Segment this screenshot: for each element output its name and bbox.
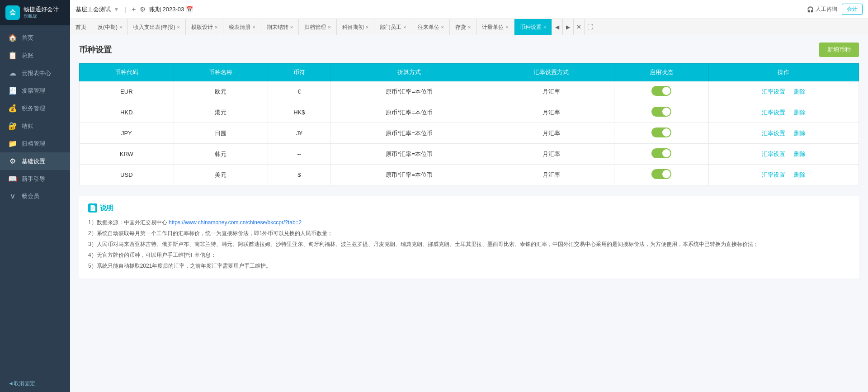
cell-symbol-2: J¥ xyxy=(268,123,330,144)
cell-code-2: JPY xyxy=(80,123,174,144)
toggle-switch-2[interactable] xyxy=(651,128,671,137)
tab-template-close[interactable]: × xyxy=(215,19,217,35)
tab-currency[interactable]: 币种设置 × xyxy=(514,19,552,35)
company-selector[interactable]: 基层工会测试 ▼ xyxy=(75,5,119,14)
tab-currency-close[interactable]: × xyxy=(543,19,546,35)
cell-toggle-0[interactable] xyxy=(614,81,709,102)
tab-home[interactable]: 首页 xyxy=(70,19,92,35)
tab-subject[interactable]: 科目期初 × xyxy=(337,19,374,35)
note-external-link[interactable]: https://www.chinamoney.com.cn/chinese/bk… xyxy=(169,219,302,226)
tab-template[interactable]: 模版设计 × xyxy=(186,19,223,35)
sidebar-label-close: 结账 xyxy=(22,122,33,130)
tab-template-label: 模版设计 xyxy=(191,19,213,35)
cell-calc-0: 原币*汇率=本位币 xyxy=(330,81,488,102)
toggle-switch-3[interactable] xyxy=(651,148,671,158)
tab-close-all-button[interactable]: ✕ xyxy=(574,19,585,35)
rate-setting-link-1[interactable]: 汇率设置 xyxy=(762,109,785,116)
tab-annual-close[interactable]: × xyxy=(177,19,179,35)
tab-mid[interactable]: 反(中期) × xyxy=(92,19,128,35)
tab-prev-button[interactable]: ◀ xyxy=(552,19,563,35)
cell-rate-4: 月汇率 xyxy=(488,165,614,185)
user-role-button[interactable]: 会计 xyxy=(842,4,863,15)
cell-symbol-4: $ xyxy=(268,165,330,185)
ledger-icon: 📋 xyxy=(8,51,17,60)
tab-annual[interactable]: 收入支出表(年报) × xyxy=(128,19,185,35)
col-code: 币种代码 xyxy=(80,64,174,81)
note-item-0: 1）数据来源：中国外汇交易中心 https://www.chinamoney.c… xyxy=(88,217,850,228)
add-company-button[interactable]: + xyxy=(132,5,136,14)
tab-subject-label: 科目期初 xyxy=(342,19,364,35)
tab-stock[interactable]: 存货 × xyxy=(450,19,476,35)
period-label: 账期 xyxy=(149,5,161,14)
cell-calc-1: 原币*汇率=本位币 xyxy=(330,102,488,123)
tab-expand-button[interactable]: ⛶ xyxy=(585,19,595,35)
tab-carry-close[interactable]: × xyxy=(290,19,293,35)
cell-toggle-1[interactable] xyxy=(614,102,709,123)
topbar: 基层工会测试 ▼ | + ⚙ 账期 2023-03 📅 🎧 人工咨询 会计 xyxy=(70,0,868,19)
sidebar-item-vip[interactable]: V 畅会员 xyxy=(0,188,70,205)
cell-name-0: 欧元 xyxy=(174,81,268,102)
tab-carry[interactable]: 期末结转 × xyxy=(261,19,299,35)
tab-measure-close[interactable]: × xyxy=(505,19,508,35)
cell-action-0: 汇率设置 删除 xyxy=(708,81,859,102)
tab-subject-close[interactable]: × xyxy=(366,19,368,35)
calendar-icon[interactable]: 📅 xyxy=(186,6,193,13)
cell-calc-4: 原币*汇率=本位币 xyxy=(330,165,488,185)
rate-setting-link-4[interactable]: 汇率设置 xyxy=(762,171,785,178)
tab-tax-label: 税表清册 xyxy=(229,19,250,35)
sidebar-item-invoice[interactable]: 🧾 发票管理 xyxy=(0,82,70,99)
cell-action-4: 汇率设置 删除 xyxy=(708,165,859,185)
new-currency-button[interactable]: 新增币种 xyxy=(819,43,859,57)
tab-dept-label: 部门员工 xyxy=(380,19,401,35)
toggle-switch-4[interactable] xyxy=(651,169,671,179)
toggle-switch-1[interactable] xyxy=(651,107,671,117)
delete-link-4[interactable]: 删除 xyxy=(794,171,806,178)
sidebar-item-reports[interactable]: ☁ 云报表中心 xyxy=(0,64,70,82)
tab-unit[interactable]: 往来单位 × xyxy=(412,19,450,35)
tab-stock-close[interactable]: × xyxy=(468,19,471,35)
tab-dept[interactable]: 部门员工 × xyxy=(374,19,412,35)
sidebar-pin-toggle[interactable]: ◄取消固定 xyxy=(0,375,70,392)
page-header: 币种设置 新增币种 xyxy=(79,43,859,57)
tab-tax[interactable]: 税表清册 × xyxy=(223,19,261,35)
cell-toggle-3[interactable] xyxy=(614,144,709,165)
toggle-switch-0[interactable] xyxy=(651,86,671,96)
tab-tax-close[interactable]: × xyxy=(252,19,255,35)
sidebar-item-close[interactable]: 🔐 结账 xyxy=(0,117,70,135)
tab-archive-close[interactable]: × xyxy=(328,19,330,35)
content-area: 币种设置 新增币种 币种代码 币种名称 币符 折算方式 汇率设置方式 启用状态 … xyxy=(70,35,868,392)
rate-setting-link-2[interactable]: 汇率设置 xyxy=(762,130,785,137)
delete-link-3[interactable]: 删除 xyxy=(794,151,806,157)
sidebar-item-home[interactable]: 🏠 首页 xyxy=(0,29,70,47)
delete-link-1[interactable]: 删除 xyxy=(794,109,806,116)
rate-setting-link-3[interactable]: 汇率设置 xyxy=(762,151,785,157)
delete-link-2[interactable]: 删除 xyxy=(794,130,806,137)
table-row: USD 美元 $ 原币*汇率=本位币 月汇率 汇率设置 删除 xyxy=(80,165,859,185)
cell-action-3: 汇率设置 删除 xyxy=(708,144,859,165)
note-item-1: 2）系统自动获取每月第一个工作日的汇率标价，统一为直接标价法，即1外币可以兑换的… xyxy=(88,228,850,239)
sidebar-item-ledger[interactable]: 📋 总账 xyxy=(0,47,70,64)
delete-link-0[interactable]: 删除 xyxy=(794,88,806,95)
rate-setting-link-0[interactable]: 汇率设置 xyxy=(762,88,785,95)
note-list: 1）数据来源：中国外汇交易中心 https://www.chinamoney.c… xyxy=(88,217,850,271)
sidebar-item-archive[interactable]: 📁 归档管理 xyxy=(0,135,70,152)
tab-dept-close[interactable]: × xyxy=(403,19,406,35)
sidebar-item-guide[interactable]: 📖 新手引导 xyxy=(0,170,70,188)
service-button[interactable]: 🎧 人工咨询 xyxy=(807,5,837,13)
tab-archive[interactable]: 归档管理 × xyxy=(299,19,336,35)
sidebar-item-tax[interactable]: 💰 税务管理 xyxy=(0,99,70,117)
tab-unit-close[interactable]: × xyxy=(441,19,444,35)
tab-measure[interactable]: 计量单位 × xyxy=(476,19,514,35)
cell-toggle-4[interactable] xyxy=(614,165,709,185)
company-settings-icon[interactable]: ⚙ xyxy=(140,5,146,14)
tab-home-label: 首页 xyxy=(75,19,86,35)
cell-code-0: EUR xyxy=(80,81,174,102)
tab-carry-label: 期末结转 xyxy=(267,19,288,35)
sidebar-item-settings[interactable]: ⚙ 基础设置 xyxy=(0,152,70,170)
tab-mid-close[interactable]: × xyxy=(119,19,122,35)
cell-toggle-2[interactable] xyxy=(614,123,709,144)
note-item-3: 4）无官方牌价的币种，可以用户手工维护汇率信息； xyxy=(88,250,850,260)
tab-next-button[interactable]: ▶ xyxy=(563,19,574,35)
settings-icon: ⚙ xyxy=(8,157,17,165)
col-name: 币种名称 xyxy=(174,64,268,81)
